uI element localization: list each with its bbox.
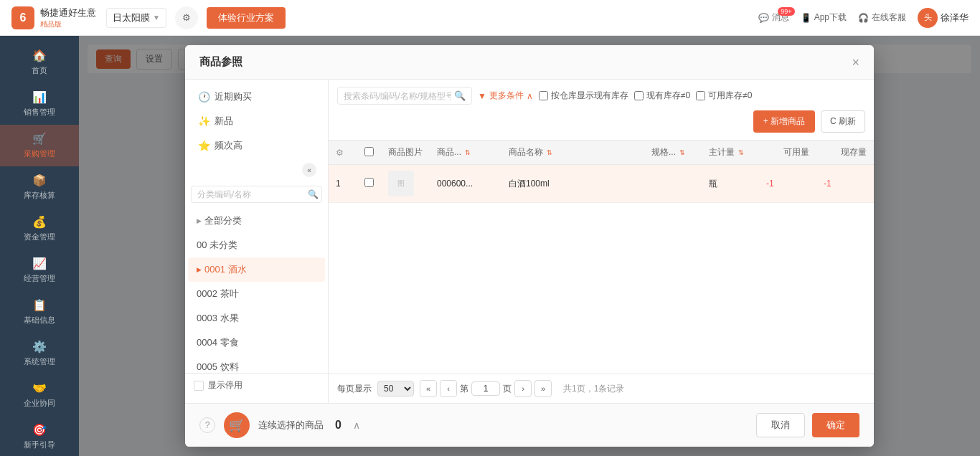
category-search-bar: 🔍 <box>191 186 322 203</box>
new-products-tab[interactable]: ✨ 新品 <box>191 110 322 133</box>
phone-icon: 📱 <box>801 13 811 23</box>
close-button[interactable]: × <box>852 56 859 69</box>
next-page-button[interactable]: › <box>514 380 532 397</box>
select-all-checkbox[interactable] <box>364 147 374 156</box>
category-0002[interactable]: 0002 茶叶 <box>188 282 325 306</box>
sidebar-item-guide[interactable]: 🎯 新手引导 <box>0 416 79 456</box>
more-filters-button[interactable]: ▼ 更多条件 ∧ <box>478 90 533 102</box>
sidebar-item-collab[interactable]: 🤝 企业协同 <box>0 374 79 416</box>
frequent-tab[interactable]: ⭐ 频次高 <box>191 134 322 157</box>
refresh-button[interactable]: C 刷新 <box>821 110 865 133</box>
trial-button[interactable]: 体验行业方案 <box>207 7 286 29</box>
add-product-button[interactable]: + 新增商品 <box>753 110 815 133</box>
category-0001[interactable]: ▶ 0001 酒水 <box>188 257 325 282</box>
page-suffix: 页 <box>503 383 512 395</box>
sidebar-item-purchase[interactable]: 🛒 采购管理 <box>0 125 79 166</box>
new-products-label: 新品 <box>215 115 233 128</box>
confirm-button[interactable]: 确定 <box>812 413 859 437</box>
warehouse-stock-label: 按仓库显示现有库存 <box>551 90 628 102</box>
page-label-text: 第 <box>460 383 468 395</box>
sidebar-item-system[interactable]: ⚙️ 系统管理 <box>0 333 79 374</box>
current-stock-checkbox[interactable] <box>634 91 644 100</box>
col-header-checkbox[interactable] <box>357 141 381 165</box>
last-page-button[interactable]: » <box>534 380 552 397</box>
chevron-down-icon: ▼ <box>153 14 160 22</box>
category-0005[interactable]: 0005 饮料 <box>188 355 325 373</box>
sidebar-label-finance: 资金管理 <box>24 232 55 242</box>
show-disabled-checkbox[interactable]: 显示停用 <box>194 379 319 391</box>
row-spec <box>644 165 702 203</box>
row-checkbox[interactable] <box>364 178 374 187</box>
help-button[interactable]: ? <box>199 417 215 433</box>
cancel-button[interactable]: 取消 <box>756 413 805 437</box>
sidebar-label-guide: 新手引导 <box>24 440 55 450</box>
customer-service-item[interactable]: 🎧 在线客服 <box>858 11 906 24</box>
col-header-name[interactable]: 商品名称 ⇅ <box>501 141 644 165</box>
user-area[interactable]: 头 徐泽华 <box>918 8 969 28</box>
page-number-input[interactable] <box>471 381 500 396</box>
sidebar-item-operations[interactable]: 📈 经营管理 <box>0 250 79 291</box>
category-0003[interactable]: 0003 水果 <box>188 306 325 331</box>
warehouse-selector[interactable]: 日太阳膜 ▼ <box>106 8 166 28</box>
current-stock-filter[interactable]: 现有库存≠0 <box>634 90 690 102</box>
sidebar: 🏠 首页 📊 销售管理 🛒 采购管理 📦 库存核算 💰 资金管理 📈 经营管理 … <box>0 36 79 456</box>
collapse-row: « <box>185 163 328 186</box>
row-code: 000600... <box>430 165 501 203</box>
category-0004[interactable]: 0004 零食 <box>188 331 325 355</box>
collapse-panel-button[interactable]: « <box>302 163 316 177</box>
app-download-item[interactable]: 📱 App下载 <box>801 11 847 24</box>
messages-item[interactable]: 💬 消息 99+ <box>758 11 789 24</box>
sidebar-item-inventory[interactable]: 📦 库存核算 <box>0 166 79 208</box>
message-icon: 💬 <box>758 13 769 23</box>
footer-collapse-icon[interactable]: ∧ <box>353 419 360 431</box>
per-page-select[interactable]: 50 10 20 100 <box>377 381 414 396</box>
settings-icon[interactable]: ⚙ <box>175 6 198 29</box>
category-0002-label: 0002 茶叶 <box>197 288 239 300</box>
current-stock-label: 现有库存≠0 <box>646 90 690 102</box>
star-new-icon: ✨ <box>198 115 210 127</box>
col-header-spec[interactable]: 规格... ⇅ <box>644 141 702 165</box>
filter-label: 更多条件 <box>489 90 524 102</box>
cart-button[interactable]: 🛒 <box>224 412 250 438</box>
recent-purchase-tab[interactable]: 🕐 近期购买 <box>191 85 322 108</box>
disabled-checkbox[interactable] <box>194 381 204 391</box>
available-stock-checkbox[interactable] <box>696 91 705 100</box>
category-all[interactable]: ▶ 全部分类 <box>188 209 325 233</box>
warehouse-stock-filter[interactable]: 按仓库显示现有库存 <box>539 90 628 102</box>
sidebar-item-home[interactable]: 🏠 首页 <box>0 42 79 83</box>
row-unit: 瓶 <box>702 165 759 203</box>
category-search-input[interactable] <box>197 189 305 199</box>
home-icon: 🏠 <box>32 49 47 62</box>
category-00[interactable]: 00 未分类 <box>188 233 325 257</box>
product-search-input[interactable] <box>344 91 451 101</box>
per-page-label: 每页显示 <box>337 383 372 395</box>
col-header-unit[interactable]: 主计量 ⇅ <box>702 141 759 165</box>
inventory-icon: 📦 <box>32 174 47 187</box>
logo-text: 畅捷通好生意 精品版 <box>40 6 96 29</box>
sidebar-item-finance[interactable]: 💰 资金管理 <box>0 208 79 250</box>
sidebar-item-basics[interactable]: 📋 基础信息 <box>0 291 79 333</box>
table-row[interactable]: 1 图 000600... 白酒100ml 瓶 <box>329 165 874 203</box>
first-page-button[interactable]: « <box>420 380 437 397</box>
row-avail: -1 <box>759 165 816 203</box>
prev-page-button[interactable]: ‹ <box>440 380 457 397</box>
headset-icon: 🎧 <box>858 13 869 23</box>
modal-title: 商品参照 <box>199 55 242 69</box>
left-bottom: 显示停用 <box>185 373 328 397</box>
warehouse-name: 日太阳膜 <box>113 11 150 24</box>
search-product-icon[interactable]: 🔍 <box>454 90 466 101</box>
warehouse-stock-checkbox[interactable] <box>539 91 548 100</box>
col-header-gear[interactable]: ⚙ <box>329 141 357 165</box>
filter-arrow-icon: ∧ <box>527 91 533 101</box>
col-header-code[interactable]: 商品... ⇅ <box>430 141 501 165</box>
sidebar-item-sales[interactable]: 📊 销售管理 <box>0 83 79 125</box>
row-checkbox-cell[interactable] <box>357 165 381 203</box>
available-stock-filter[interactable]: 可用库存≠0 <box>696 90 752 102</box>
row-num: 1 <box>329 165 357 203</box>
username: 徐泽华 <box>941 11 969 24</box>
messages-badge: 99+ <box>778 7 794 16</box>
col-header-avail: 可用量 <box>759 141 816 165</box>
left-tabs: 🕐 近期购买 ✨ 新品 ⭐ 频次高 <box>185 85 328 157</box>
category-list: ▶ 全部分类 00 未分类 ▶ 0001 酒水 0002 茶 <box>185 209 328 373</box>
search-icon[interactable]: 🔍 <box>308 189 319 199</box>
